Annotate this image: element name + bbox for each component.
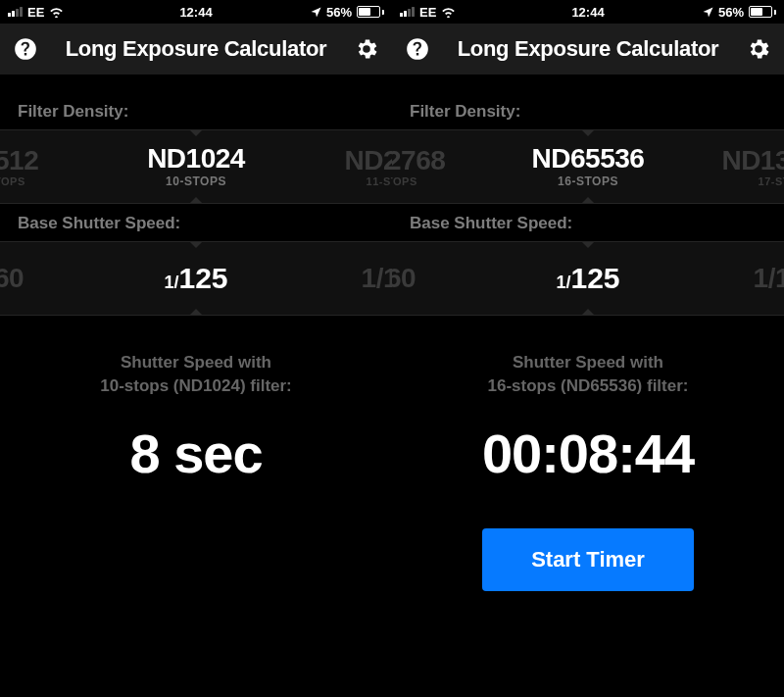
- result-value: 8 sec: [0, 422, 392, 485]
- shutter-option-prev: 60: [0, 265, 24, 292]
- result-block: Shutter Speed with 16-stops (ND65536) fi…: [392, 351, 784, 485]
- status-bar: EE 12:44 56%: [392, 0, 784, 24]
- filter-density-picker[interactable]: 2768 TOPS ND65536 16-STOPS ND13 17-ST: [392, 129, 784, 204]
- shutter-speed-label: Base Shutter Speed:: [392, 204, 784, 241]
- right-screenshot: EE 12:44 56% Long Exposure Calculator Fi…: [392, 0, 784, 697]
- app-header: Long Exposure Calculator: [392, 24, 784, 75]
- filter-option-selected: ND1024 10-STOPS: [147, 145, 245, 188]
- filter-option-prev: 512 TOPS: [0, 147, 38, 187]
- settings-button[interactable]: [351, 33, 382, 65]
- filter-option-selected: ND65536 16-STOPS: [532, 145, 645, 188]
- result-block: Shutter Speed with 10-stops (ND1024) fil…: [0, 351, 392, 485]
- status-time: 12:44: [392, 5, 784, 20]
- filter-density-label: Filter Density:: [0, 92, 392, 129]
- filter-option-next: ND2 11-ST: [344, 147, 392, 187]
- status-bar: EE 12:44 56%: [0, 0, 392, 24]
- settings-button[interactable]: [743, 33, 774, 65]
- shutter-speed-picker[interactable]: 60 1/125 1/1: [0, 241, 392, 316]
- filter-option-prev: 2768 TOPS: [392, 147, 445, 187]
- status-time: 12:44: [0, 5, 392, 20]
- result-value: 00:08:44: [392, 422, 784, 485]
- result-label-line1: Shutter Speed with: [392, 351, 784, 374]
- app-title: Long Exposure Calculator: [441, 36, 735, 62]
- help-button[interactable]: [402, 33, 433, 65]
- shutter-speed-label: Base Shutter Speed:: [0, 204, 392, 241]
- battery-icon: [357, 6, 384, 18]
- shutter-option-next: 1/1: [754, 265, 784, 292]
- help-button[interactable]: [10, 33, 41, 65]
- filter-option-next: ND13 17-ST: [721, 147, 784, 187]
- app-header: Long Exposure Calculator: [0, 24, 392, 75]
- shutter-option-prev: 60: [392, 265, 416, 292]
- shutter-speed-picker[interactable]: 60 1/125 1/1: [392, 241, 784, 316]
- left-screenshot: EE 12:44 56% Long Exposure Calculator Fi…: [0, 0, 392, 697]
- result-label-line2: 16-stops (ND65536) filter:: [392, 374, 784, 398]
- result-label-line1: Shutter Speed with: [0, 351, 392, 374]
- app-title: Long Exposure Calculator: [49, 36, 343, 62]
- filter-density-label: Filter Density:: [392, 92, 784, 129]
- shutter-option-next: 1/1: [362, 265, 392, 292]
- shutter-option-selected: 1/125: [164, 262, 227, 295]
- filter-density-picker[interactable]: 512 TOPS ND1024 10-STOPS ND2 11-ST: [0, 129, 392, 204]
- battery-icon: [749, 6, 776, 18]
- shutter-option-selected: 1/125: [556, 262, 619, 295]
- result-label-line2: 10-stops (ND1024) filter:: [0, 374, 392, 398]
- start-timer-button[interactable]: Start Timer: [482, 528, 694, 591]
